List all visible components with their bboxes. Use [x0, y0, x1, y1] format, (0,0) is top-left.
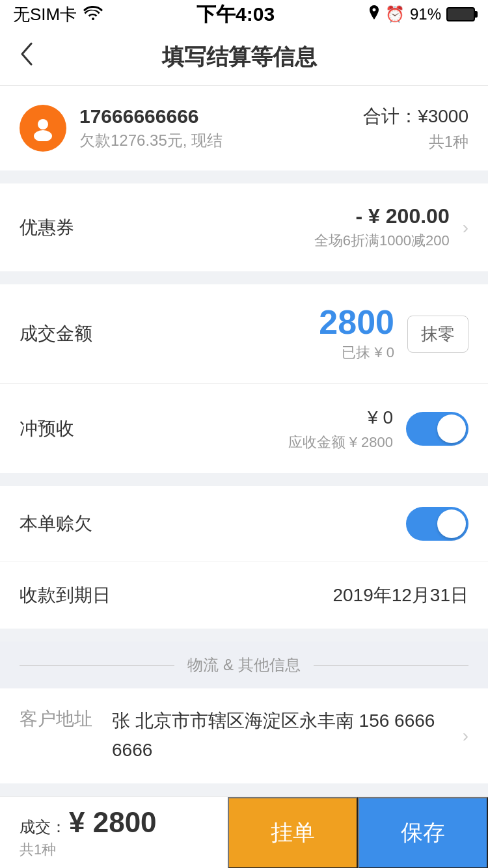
- nav-bar: 填写结算等信息: [0, 29, 488, 86]
- due-date-value: 2019年12月31日: [332, 583, 468, 608]
- coupon-sub: 全场6折满1000减200: [314, 231, 450, 251]
- customer-left: 17666666666 欠款1276.35元, 现结: [20, 105, 223, 152]
- address-label: 客户地址: [20, 707, 92, 731]
- coupon-section: 优惠券 - ¥ 200.00 全场6折满1000减200 ›: [0, 183, 488, 271]
- pre-receive-label: 冲预收: [20, 416, 74, 441]
- debt-single-section: 本单赊欠 收款到期日 2019年12月31日: [0, 486, 488, 629]
- total-label: 合计：: [363, 106, 418, 126]
- battery-icon: [446, 7, 475, 21]
- bottom-count: 共1种: [20, 840, 208, 860]
- deal-amount-row: 成交金额 2800 已抹 ¥ 0 抹零: [0, 284, 488, 384]
- coupon-label: 优惠券: [20, 215, 74, 240]
- address-section: 客户地址 张 北京市市辖区海淀区永丰南 156 6666 6666 ›: [0, 688, 488, 783]
- toggle-knob-2: [437, 509, 466, 538]
- customer-card: 17666666666 欠款1276.35元, 现结 合计：¥3000 共1种: [0, 86, 488, 170]
- bottom-amount: ¥ 2800: [69, 806, 157, 839]
- status-right: ⏰ 91%: [368, 5, 475, 23]
- round-zero-button[interactable]: 抹零: [407, 316, 468, 353]
- logistics-divider: 物流 & 其他信息: [0, 642, 488, 688]
- bottom-deal-line: 成交： ¥ 2800: [20, 806, 208, 839]
- debt-single-toggle[interactable]: [406, 507, 468, 541]
- pre-receive-toggle[interactable]: [406, 412, 468, 446]
- due-date-label: 收款到期日: [20, 583, 111, 608]
- deal-section: 成交金额 2800 已抹 ¥ 0 抹零 冲预收 ¥ 0 应收金额 ¥ 2800: [0, 284, 488, 473]
- logistics-label: 物流 & 其他信息: [187, 655, 300, 675]
- coupon-row[interactable]: 优惠券 - ¥ 200.00 全场6折满1000减200 ›: [0, 183, 488, 271]
- save-button[interactable]: 保存: [358, 797, 488, 869]
- status-time: 下午4:03: [197, 1, 275, 28]
- customer-total: 合计：¥3000: [363, 104, 468, 129]
- content: 17666666666 欠款1276.35元, 现结 合计：¥3000 共1种 …: [0, 86, 488, 868]
- bottom-deal-label: 成交：: [20, 817, 66, 837]
- svg-point-1: [34, 130, 52, 141]
- debt-single-label: 本单赊欠: [20, 511, 92, 536]
- coupon-right: - ¥ 200.00 全场6折满1000减200 ›: [314, 204, 468, 251]
- battery-percent: 91%: [410, 5, 441, 23]
- pending-button[interactable]: 挂单: [228, 797, 358, 869]
- pre-receive-right: ¥ 0 应收金额 ¥ 2800: [288, 405, 468, 452]
- address-row[interactable]: 客户地址 张 北京市市辖区海淀区永丰南 156 6666 6666 ›: [0, 688, 488, 783]
- customer-info: 17666666666 欠款1276.35元, 现结: [79, 105, 223, 151]
- toggle-knob: [437, 414, 466, 443]
- alarm-icon: ⏰: [385, 5, 405, 23]
- deal-amount-value-block: 2800 已抹 ¥ 0: [319, 305, 394, 362]
- back-button[interactable]: [20, 42, 34, 72]
- location-icon: [368, 5, 380, 23]
- divider-line-left: [20, 665, 174, 666]
- address-value: 张 北京市市辖区海淀区永丰南 156 6666 6666: [112, 707, 456, 765]
- sim-label: 无SIM卡: [13, 3, 77, 26]
- divider-line-right: [314, 665, 468, 666]
- deal-amount-value: 2800: [319, 305, 394, 339]
- customer-phone: 17666666666: [79, 105, 223, 128]
- coupon-value: - ¥ 200.00: [314, 204, 450, 228]
- pre-receive-row: 冲预收 ¥ 0 应收金额 ¥ 2800: [0, 384, 488, 473]
- coupon-value-block: - ¥ 200.00 全场6折满1000减200: [314, 204, 450, 251]
- due-date-row: 收款到期日 2019年12月31日: [0, 562, 488, 629]
- status-bar: 无SIM卡 下午4:03 ⏰ 91%: [0, 0, 488, 29]
- debt-single-right: [406, 507, 468, 541]
- deal-amount-sub: 已抹 ¥ 0: [319, 343, 394, 362]
- status-left: 无SIM卡: [13, 3, 103, 26]
- wifi-icon: [83, 5, 103, 25]
- total-amount: ¥3000: [418, 106, 468, 126]
- page-title: 填写结算等信息: [47, 42, 432, 72]
- chevron-right-icon: ›: [463, 217, 468, 238]
- pre-receive-value-block: ¥ 0 应收金额 ¥ 2800: [288, 405, 393, 452]
- bottom-bar: 成交： ¥ 2800 共1种 挂单 保存: [0, 796, 488, 868]
- avatar: [20, 105, 66, 152]
- debt-single-row: 本单赊欠: [0, 486, 488, 562]
- deal-amount-label: 成交金额: [20, 321, 92, 346]
- bottom-info: 成交： ¥ 2800 共1种: [0, 806, 228, 860]
- pre-receive-sub: 应收金额 ¥ 2800: [288, 433, 393, 452]
- address-chevron-icon: ›: [463, 726, 468, 746]
- pre-receive-value: ¥ 0: [288, 405, 393, 430]
- svg-point-0: [38, 119, 48, 129]
- customer-count: 共1种: [363, 131, 468, 152]
- deal-amount-right: 2800 已抹 ¥ 0 抹零: [319, 305, 468, 362]
- customer-debt: 欠款1276.35元, 现结: [79, 130, 223, 151]
- customer-right: 合计：¥3000 共1种: [363, 104, 468, 152]
